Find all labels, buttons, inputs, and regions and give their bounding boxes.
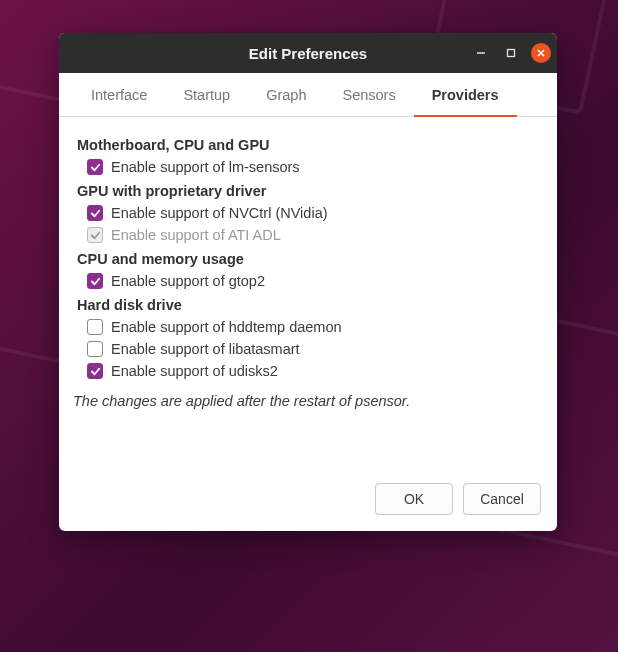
checkbox-gtop2[interactable]	[87, 273, 103, 289]
section-heading-motherboard: Motherboard, CPU and GPU	[77, 137, 539, 153]
option-label: Enable support of gtop2	[111, 273, 265, 289]
checkbox-nvctrl[interactable]	[87, 205, 103, 221]
section-heading-gpu: GPU with proprietary driver	[77, 183, 539, 199]
option-label: Enable support of ATI ADL	[111, 227, 281, 243]
ok-button[interactable]: OK	[375, 483, 453, 515]
option-libatasmart[interactable]: Enable support of libatasmart	[87, 341, 539, 357]
tab-graph[interactable]: Graph	[248, 73, 324, 117]
window-title: Edit Preferences	[249, 45, 367, 62]
option-label: Enable support of hddtemp daemon	[111, 319, 342, 335]
preferences-window: Edit Preferences Interface Startup Graph…	[59, 33, 557, 531]
close-button[interactable]	[531, 43, 551, 63]
svg-rect-1	[508, 50, 515, 57]
tab-bar: Interface Startup Graph Sensors Provider…	[59, 73, 557, 117]
checkbox-ati	[87, 227, 103, 243]
option-gtop2[interactable]: Enable support of gtop2	[87, 273, 539, 289]
tab-content: Motherboard, CPU and GPU Enable support …	[59, 117, 557, 419]
tab-interface[interactable]: Interface	[73, 73, 165, 117]
checkbox-udisks2[interactable]	[87, 363, 103, 379]
option-udisks2[interactable]: Enable support of udisks2	[87, 363, 539, 379]
option-ati: Enable support of ATI ADL	[87, 227, 539, 243]
cancel-button[interactable]: Cancel	[463, 483, 541, 515]
option-label: Enable support of libatasmart	[111, 341, 300, 357]
option-lm-sensors[interactable]: Enable support of lm-sensors	[87, 159, 539, 175]
option-label: Enable support of udisks2	[111, 363, 278, 379]
option-hddtemp[interactable]: Enable support of hddtemp daemon	[87, 319, 539, 335]
titlebar: Edit Preferences	[59, 33, 557, 73]
section-heading-cpu-mem: CPU and memory usage	[77, 251, 539, 267]
option-nvctrl[interactable]: Enable support of NVCtrl (NVidia)	[87, 205, 539, 221]
minimize-button[interactable]	[471, 43, 491, 63]
window-controls	[471, 33, 551, 73]
option-label: Enable support of lm-sensors	[111, 159, 300, 175]
checkbox-libatasmart[interactable]	[87, 341, 103, 357]
option-label: Enable support of NVCtrl (NVidia)	[111, 205, 328, 221]
checkbox-lm-sensors[interactable]	[87, 159, 103, 175]
tab-sensors[interactable]: Sensors	[324, 73, 413, 117]
checkbox-hddtemp[interactable]	[87, 319, 103, 335]
maximize-button[interactable]	[501, 43, 521, 63]
section-heading-hdd: Hard disk drive	[77, 297, 539, 313]
dialog-buttons: OK Cancel	[59, 469, 557, 531]
tab-providers[interactable]: Providers	[414, 73, 517, 117]
tab-startup[interactable]: Startup	[165, 73, 248, 117]
restart-note: The changes are applied after the restar…	[73, 393, 539, 409]
